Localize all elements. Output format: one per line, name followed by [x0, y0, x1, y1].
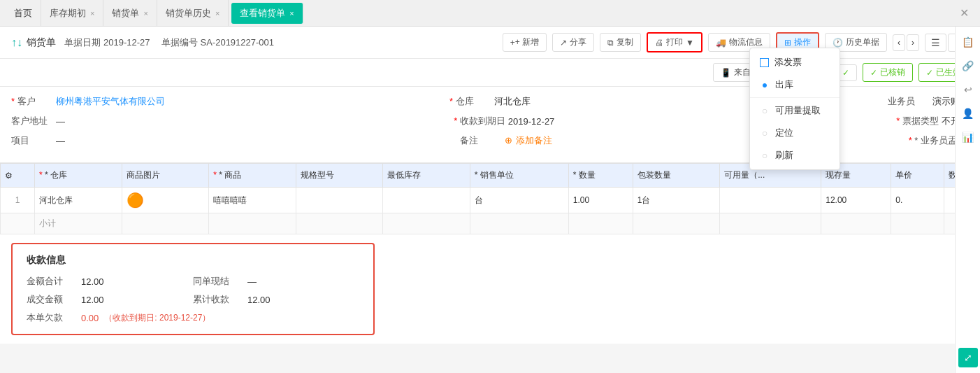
table-wrapper: ⚙ * 仓库 商品图片 * 商品 规格型号 最低库存 * 销售单位 * 数量 包… [0, 163, 980, 234]
row-current: 12.00 [821, 188, 891, 213]
col-qty: * 数量 [568, 164, 633, 188]
payment-owe: 本单欠款 0.00 （收款到期日: 2019-12-27） [27, 311, 359, 324]
payment-date-label: 收款到期日 [454, 115, 505, 127]
dropdown-position[interactable]: ○ 定位 [750, 122, 840, 144]
tab-close-history[interactable]: × [215, 9, 219, 17]
dropdown-refresh[interactable]: ○ 刷新 [750, 144, 840, 167]
right-sidebar: 📋 🔗 ↩ 👤 📊 ⤢ [955, 27, 980, 344]
row-price: 0. [891, 188, 944, 213]
nav-arrows: ‹ › [893, 34, 919, 51]
payment-cumulative: 累计收款 12.00 [193, 293, 359, 306]
ops-icon: ⊞ [784, 38, 791, 48]
doc-number-label: 单据编号 [161, 36, 198, 49]
radio-icon-4: ○ [760, 150, 770, 160]
address-label: 客户地址 [11, 115, 53, 127]
project-field: 项目 — [11, 134, 460, 147]
dropdown-menu: 添发票 ● 出库 ○ 可用量提取 ○ 定位 ○ 刷新 [749, 48, 840, 170]
position-label: 定位 [775, 127, 793, 139]
bottom-section: 收款信息 金额合计 12.00 同单现结 — 成交金额 12.00 累计收款 1… [0, 234, 980, 344]
owe-value: 0.00 [81, 313, 99, 323]
address-value: — [56, 116, 65, 127]
sidebar-icon-doc[interactable]: 📋 [958, 32, 978, 52]
outbound-label: 出库 [775, 78, 793, 91]
row-pkg-qty: 1台 [633, 188, 720, 213]
tab-bar: 首页 库存期初 × 销货单 × 销货单历史 × 查看销货单 × ✕ [0, 0, 980, 27]
row-available [720, 188, 821, 213]
copy-icon: ⧉ [607, 38, 614, 48]
staff-label: 业务员 [888, 95, 930, 108]
tab-sales-order[interactable]: 销货单 × [103, 0, 157, 27]
tab-view-sales[interactable]: 查看销货单 × [231, 3, 303, 24]
note-add-btn[interactable]: ⊕ 添加备注 [505, 134, 553, 147]
ops-label: 操作 [794, 36, 811, 48]
row-qty: 1.00 [568, 188, 633, 213]
row-unit: 台 [470, 188, 568, 213]
doc-date-value: 2019-12-27 [103, 37, 150, 48]
sidebar-icon-link[interactable]: 🔗 [958, 56, 978, 76]
customer-value[interactable]: 柳州粤港平安气体有限公司 [56, 95, 165, 108]
payment-total: 金额合计 12.00 [27, 275, 193, 288]
sales-table: ⚙ * 仓库 商品图片 * 商品 规格型号 最低库存 * 销售单位 * 数量 包… [0, 163, 980, 234]
doc-title-text: 销货单 [27, 36, 56, 49]
sidebar-icon-chart[interactable]: 📊 [958, 127, 978, 147]
same-order-label: 同单现结 [193, 275, 242, 288]
col-warehouse: * 仓库 [35, 164, 122, 188]
sidebar-icon-return[interactable]: ↩ [958, 80, 978, 99]
row-warehouse: 河北仓库 [35, 188, 122, 213]
tab-close-view[interactable]: × [289, 9, 294, 17]
window-close-button[interactable]: ✕ [954, 3, 974, 22]
table-row: 1 河北仓库 🟠 嘻嘻嘻嘻 台 1.00 1台 12.00 0. [1, 188, 980, 213]
sold-label: 已核销 [880, 66, 905, 78]
copy-button[interactable]: ⧉ 复制 [600, 33, 641, 52]
add-invoice-label: 添发票 [774, 56, 802, 69]
print-icon: 🖨 [655, 38, 663, 48]
payment-same-order: 同单现结 — [193, 275, 359, 288]
dropdown-outbound[interactable]: ● 出库 [750, 73, 840, 96]
sold-status[interactable]: ✓ 已核销 [863, 63, 913, 82]
tab-inventory-init[interactable]: 库存期初 × [41, 0, 103, 27]
dropdown-available-qty[interactable]: ○ 可用量提取 [750, 99, 840, 122]
logistics-label: 物流信息 [729, 36, 763, 48]
confirm-icon: ✓ [842, 68, 849, 78]
staff2-label: * 业务员盂 [909, 134, 957, 147]
list-view-button[interactable]: ☰ [925, 34, 946, 52]
col-unit: * 销售单位 [470, 164, 568, 188]
col-gear[interactable]: ⚙ [1, 164, 35, 188]
row-product: 嘻嘻嘻嘻 [209, 188, 296, 213]
subtotal-row: 小计 [1, 213, 980, 234]
sidebar-icon-user[interactable]: 👤 [958, 104, 978, 123]
add-label: + 新增 [515, 36, 539, 48]
payment-info-box: 收款信息 金额合计 12.00 同单现结 — 成交金额 12.00 累计收款 1… [11, 243, 375, 335]
tab-close-sales[interactable]: × [143, 9, 147, 17]
doc-number-value: SA-20191227-001 [201, 37, 275, 48]
tab-close-inventory[interactable]: × [90, 9, 94, 17]
print-button[interactable]: 🖨 打印 ▼ [647, 32, 702, 52]
doc-date-label: 单据日期 [64, 36, 101, 49]
add-button[interactable]: + + 新增 [503, 33, 547, 52]
payment-title: 收款信息 [27, 254, 359, 267]
project-label: 项目 [11, 134, 53, 147]
checkbox-icon [760, 58, 769, 67]
share-button[interactable]: ↗ 分享 [552, 33, 594, 52]
owe-note: （收款到期日: 2019-12-27） [104, 312, 210, 324]
col-product: * 商品 [209, 164, 296, 188]
doc-actions: + + 新增 ↗ 分享 ⧉ 复制 🖨 打印 ▼ 🚚 物流信息 ⊞ 操作 🕐 历史… [503, 32, 969, 52]
cumulative-label: 累计收款 [193, 293, 242, 306]
prev-button[interactable]: ‹ [893, 34, 905, 51]
col-spec: 规格型号 [296, 164, 383, 188]
row-min-stock [383, 188, 470, 213]
phone-icon: 📱 [721, 68, 731, 78]
share-label: 分享 [570, 36, 586, 48]
radio-icon-2: ○ [760, 106, 770, 115]
dropdown-divider [750, 97, 840, 98]
total-label: 金额合计 [27, 275, 75, 288]
dropdown-add-invoice[interactable]: 添发票 [750, 51, 840, 73]
address-field: 客户地址 — [11, 115, 454, 127]
col-min-stock: 最低库存 [383, 164, 470, 188]
tab-sales-history[interactable]: 销货单历史 × [157, 0, 229, 27]
row-num: 1 [1, 188, 35, 213]
ticket-label: 票据类型 [896, 115, 939, 127]
tab-home[interactable]: 首页 [6, 0, 41, 27]
next-button[interactable]: › [907, 34, 919, 51]
doc-date-field: 单据日期 2019-12-27 [64, 36, 150, 49]
